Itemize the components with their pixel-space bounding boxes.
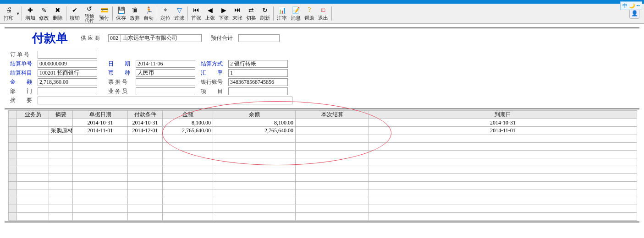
cell[interactable]: 2014-11-01 (369, 127, 637, 135)
cell[interactable] (17, 182, 49, 189)
cell[interactable] (369, 135, 637, 143)
cell[interactable] (17, 143, 49, 151)
cell[interactable] (163, 135, 213, 143)
cell[interactable] (369, 205, 637, 213)
cell[interactable] (213, 166, 296, 174)
cell[interactable] (9, 189, 17, 197)
cell[interactable] (49, 135, 73, 143)
cell[interactable] (49, 166, 73, 174)
cell[interactable] (369, 182, 637, 189)
cell[interactable] (163, 158, 213, 166)
cell[interactable] (163, 182, 213, 189)
table-row[interactable]: 采购原材2014-11-012014-12-012,765,640.002,76… (9, 127, 637, 135)
sales-field[interactable] (136, 87, 195, 95)
edit-button[interactable]: ✎修改 (37, 5, 51, 23)
table-row[interactable] (9, 213, 637, 221)
cell[interactable] (49, 158, 73, 166)
data-grid[interactable]: 业务员 摘要 单据日期 付款条件 金额 余额 本次结算 到期日 2014-10-… (8, 110, 637, 221)
prev-button[interactable]: ◀上张 (203, 5, 217, 23)
project-field[interactable] (228, 87, 288, 95)
col-terms[interactable]: 付款条件 (128, 111, 163, 119)
cell[interactable]: 2,765,640.00 (213, 127, 296, 135)
cell[interactable] (296, 158, 369, 166)
cell[interactable] (17, 189, 49, 197)
cell[interactable] (49, 151, 73, 158)
billno-field[interactable] (136, 78, 195, 86)
cell[interactable] (73, 174, 128, 182)
cell[interactable] (128, 174, 163, 182)
cell[interactable] (369, 174, 637, 182)
cell[interactable] (49, 119, 73, 127)
cell[interactable] (296, 182, 369, 189)
cell[interactable] (9, 158, 17, 166)
cell[interactable] (296, 127, 369, 135)
delete-button[interactable]: ✖删除 (51, 5, 65, 23)
cell[interactable] (369, 189, 637, 197)
cell[interactable] (17, 151, 49, 158)
cell[interactable]: 8,100.00 (163, 119, 213, 127)
cell[interactable] (163, 213, 213, 221)
cell[interactable] (9, 213, 17, 221)
print-dropdown[interactable]: ▼ (16, 5, 20, 22)
presum-field[interactable] (238, 34, 280, 42)
cell[interactable] (49, 182, 73, 189)
cell[interactable] (17, 174, 49, 182)
cell[interactable] (296, 197, 369, 205)
table-row[interactable] (9, 158, 637, 166)
table-row[interactable] (9, 182, 637, 189)
cell[interactable] (296, 166, 369, 174)
dept-field[interactable] (38, 87, 97, 95)
cell[interactable] (163, 174, 213, 182)
cell[interactable] (49, 174, 73, 182)
table-row[interactable] (9, 189, 637, 197)
settle-mode-field[interactable]: 2 银行转帐 (228, 60, 288, 68)
exrate-field[interactable]: 1 (228, 69, 288, 77)
cell[interactable] (369, 151, 637, 158)
cell[interactable] (9, 143, 17, 151)
cell[interactable] (73, 189, 128, 197)
table-row[interactable] (9, 166, 637, 174)
cell[interactable] (163, 205, 213, 213)
auto-button[interactable]: 🏃自动 (142, 5, 155, 23)
table-row[interactable] (9, 197, 637, 205)
cell[interactable] (49, 189, 73, 197)
col-sales[interactable]: 业务员 (17, 111, 49, 119)
locate-button[interactable]: ⌖定位 (159, 5, 172, 23)
cell[interactable]: 2014-12-01 (128, 127, 163, 135)
table-row[interactable]: 2014-10-312014-10-318,100.008,100.002014… (9, 119, 637, 127)
cell[interactable] (128, 166, 163, 174)
col-settle[interactable]: 本次结算 (296, 111, 369, 119)
cell[interactable] (296, 213, 369, 221)
currency-field[interactable]: 人民币 (136, 69, 195, 77)
cell[interactable] (9, 182, 17, 189)
col-due[interactable]: 到期日 (369, 111, 637, 119)
next-button[interactable]: ▶下张 (217, 5, 231, 23)
table-row[interactable] (9, 205, 637, 213)
date-field[interactable]: 2014-11-06 (136, 60, 195, 68)
cell[interactable] (213, 174, 296, 182)
cell[interactable] (17, 127, 49, 135)
cell[interactable] (9, 151, 17, 158)
cell[interactable] (73, 158, 128, 166)
cell[interactable] (49, 205, 73, 213)
cell[interactable] (296, 174, 369, 182)
add-button[interactable]: ✚增加 (23, 5, 37, 23)
col-amount[interactable]: 金额 (163, 111, 213, 119)
cell[interactable]: 2014-10-31 (128, 119, 163, 127)
order-no-field[interactable] (38, 51, 97, 59)
cell[interactable] (17, 158, 49, 166)
cell[interactable] (296, 135, 369, 143)
cell[interactable] (9, 205, 17, 213)
cell[interactable] (163, 143, 213, 151)
cell[interactable] (128, 205, 163, 213)
cell[interactable] (213, 197, 296, 205)
col-summary[interactable]: 摘要 (49, 111, 73, 119)
supplier-code[interactable]: 002 (108, 34, 121, 42)
cell[interactable] (369, 166, 637, 174)
cell[interactable] (128, 135, 163, 143)
cell[interactable] (296, 205, 369, 213)
check-button[interactable]: ✔核销 (68, 5, 82, 23)
cell[interactable] (17, 166, 49, 174)
cell[interactable] (17, 213, 49, 221)
cell[interactable]: 2,765,640.00 (163, 127, 213, 135)
